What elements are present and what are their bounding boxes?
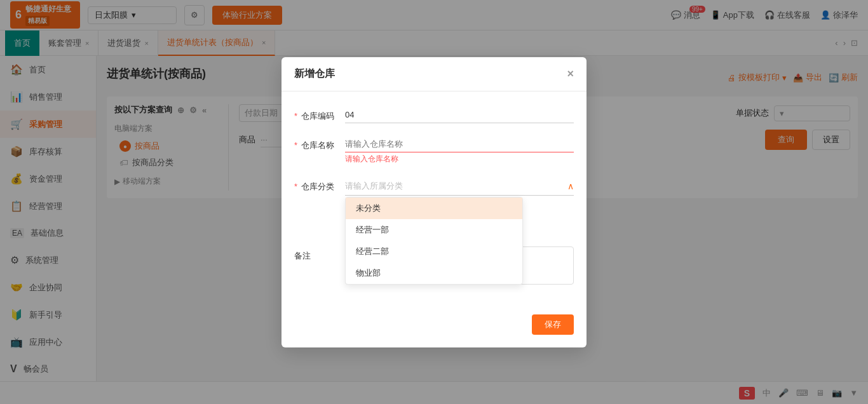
code-input-wrap bbox=[345, 107, 574, 123]
category-placeholder: 请输入所属分类 bbox=[345, 180, 403, 192]
modal-header: 新增仓库 × bbox=[281, 57, 587, 91]
modal-footer: 保存 bbox=[281, 314, 587, 347]
category-field-row: * 仓库分类 请输入所属分类 ∧ 未分类 经营一部 经营二部 物业部 bbox=[294, 177, 574, 196]
name-input-wrap: 请输入仓库名称 bbox=[345, 136, 574, 165]
modal-overlay: 新增仓库 × * 仓库编码 * 仓库名称 bbox=[0, 0, 868, 404]
code-field-row: * 仓库编码 bbox=[294, 107, 574, 123]
category-select[interactable]: 请输入所属分类 ∧ bbox=[345, 177, 574, 196]
code-label: * 仓库编码 bbox=[294, 107, 345, 122]
note-label: 备注 bbox=[294, 246, 345, 262]
code-input[interactable] bbox=[345, 107, 574, 123]
name-error-tip: 请输入仓库名称 bbox=[345, 154, 574, 165]
code-required-mark: * bbox=[294, 111, 297, 121]
modal-close-button[interactable]: × bbox=[567, 67, 574, 81]
dropdown-item-ops2[interactable]: 经营二部 bbox=[346, 241, 522, 262]
category-input-wrap: 请输入所属分类 ∧ 未分类 经营一部 经营二部 物业部 bbox=[345, 177, 574, 196]
dropdown-item-property[interactable]: 物业部 bbox=[346, 262, 522, 284]
category-required-mark: * bbox=[294, 182, 297, 191]
name-field-row: * 仓库名称 请输入仓库名称 bbox=[294, 136, 574, 165]
name-label: * 仓库名称 bbox=[294, 136, 345, 151]
name-required-mark: * bbox=[294, 140, 297, 150]
dropdown-item-ops1[interactable]: 经营一部 bbox=[346, 219, 522, 241]
modal-title: 新增仓库 bbox=[294, 67, 335, 81]
modal-body: * 仓库编码 * 仓库名称 请输入仓库名称 bbox=[281, 91, 587, 314]
chevron-up-icon: ∧ bbox=[567, 181, 574, 191]
name-input[interactable] bbox=[345, 136, 574, 152]
category-dropdown: 未分类 经营一部 经营二部 物业部 bbox=[345, 197, 523, 285]
dropdown-item-uncategorized[interactable]: 未分类 bbox=[346, 198, 522, 219]
save-button[interactable]: 保存 bbox=[532, 314, 574, 335]
category-label: * 仓库分类 bbox=[294, 177, 345, 192]
add-warehouse-modal: 新增仓库 × * 仓库编码 * 仓库名称 bbox=[281, 57, 587, 347]
